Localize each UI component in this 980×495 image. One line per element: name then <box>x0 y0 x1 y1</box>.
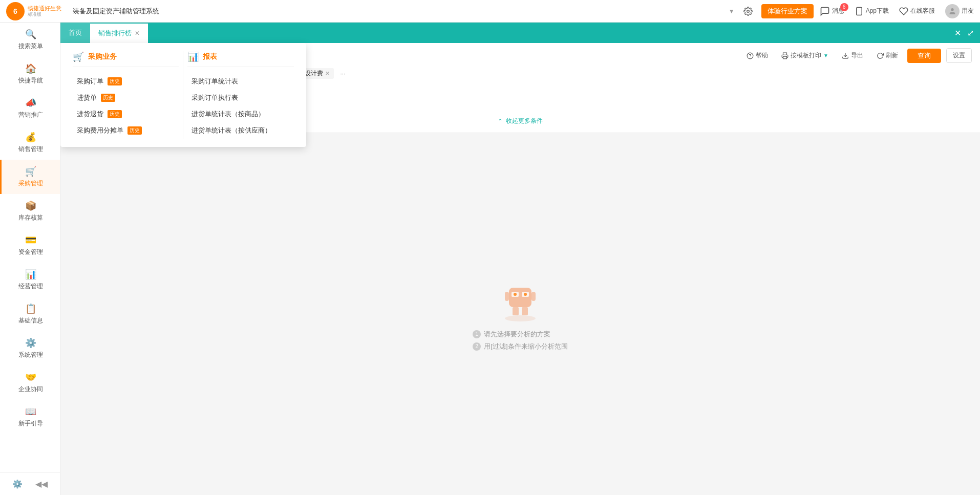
tab-home[interactable]: 首页 <box>60 23 90 43</box>
goods-tag-close[interactable]: ✕ <box>325 70 330 77</box>
logo-main-text: 畅捷通好生意 <box>28 5 61 12</box>
empty-illustration <box>495 277 546 324</box>
purchase-section-title: 🛒 采购业务 <box>73 51 179 67</box>
svg-rect-17 <box>522 307 528 315</box>
svg-rect-3 <box>856 7 862 15</box>
svg-point-2 <box>747 10 749 12</box>
logo-subtitle: 标准版 <box>28 12 61 18</box>
purchase-icon: 🛒 <box>25 166 36 177</box>
tip-num-1: 1 <box>473 330 481 338</box>
finance-icon: 💳 <box>25 234 36 246</box>
menu-item-purchase-receipt[interactable]: 进货单 历史 <box>73 90 179 106</box>
svg-rect-15 <box>531 292 536 301</box>
empty-tip-1: 1 请先选择要分析的方案 <box>473 330 567 339</box>
help-btn[interactable]: 帮助 <box>742 50 772 61</box>
enterprise-icon: 🤝 <box>25 372 36 383</box>
collapse-sidebar-icon[interactable]: ◀◀ <box>35 479 48 489</box>
sidebar-item-enterprise[interactable]: 🤝 企业协同 <box>0 365 60 400</box>
industry-btn[interactable]: 体验行业方案 <box>761 4 814 18</box>
sidebar-item-guide[interactable]: 📖 新手引导 <box>0 400 60 434</box>
user-action[interactable]: 用友 <box>945 4 974 18</box>
goods-more-btn[interactable]: ··· <box>340 70 345 77</box>
svg-point-5 <box>951 8 953 11</box>
svg-rect-16 <box>513 307 519 315</box>
sales-icon: 💰 <box>25 132 36 143</box>
toolbar-buttons: 帮助 按模板打印 ▼ 导出 刷新 查询 <box>742 48 972 63</box>
svg-point-18 <box>514 293 517 296</box>
main-content: 1 请先选择要分析的方案 2 用[过滤]条件来缩小分析范围 <box>60 133 980 495</box>
sidebar-item-nav[interactable]: 🏠 快捷导航 <box>0 57 60 91</box>
query-btn[interactable]: 查询 <box>907 49 941 63</box>
system-title: 装备及固定资产辅助管理系统 <box>73 7 722 16</box>
settings-btn[interactable]: 设置 <box>946 48 972 63</box>
report-section-title: 📊 报表 <box>187 51 294 67</box>
search-menu-icon: 🔍 <box>25 29 36 40</box>
messages-action[interactable]: 6 消息 <box>820 6 844 16</box>
sidebar-item-system[interactable]: ⚙️ 系统管理 <box>0 331 60 365</box>
tab-minimize-icon[interactable]: ✕ <box>954 28 961 38</box>
sidebar-item-sales[interactable]: 💰 销售管理 <box>0 125 60 160</box>
tab-maximize-icon[interactable]: ⤢ <box>967 28 974 38</box>
basic-info-icon: 📋 <box>25 303 36 314</box>
marketing-icon: 📣 <box>25 97 36 109</box>
menu-item-purchase-expense[interactable]: 采购费用分摊单 历史 <box>73 122 179 139</box>
system-icon: ⚙️ <box>25 337 36 349</box>
dropdown-menu: 🛒 采购业务 采购订单 历史 进货单 历史 进货退货 历史 采购费用分摊单 <box>60 43 306 147</box>
message-badge: 6 <box>840 3 848 11</box>
empty-tip-2: 2 用[过滤]条件来缩小分析范围 <box>473 342 567 351</box>
system-settings-icon[interactable] <box>741 4 755 18</box>
tab-sales-rank[interactable]: 销售排行榜 ✕ <box>90 23 148 43</box>
report-section: 📊 报表 采购订单统计表 采购订单执行表 进货单统计表（按商品） 进货单统计表（… <box>183 51 298 139</box>
sidebar-bottom: ⚙️ ◀◀ <box>0 472 60 495</box>
tip-num-2: 2 <box>473 342 481 351</box>
settings-bottom-icon[interactable]: ⚙️ <box>12 479 23 489</box>
sidebar-item-marketing[interactable]: 📣 营销推广 <box>0 91 60 125</box>
operation-icon: 📊 <box>25 269 36 280</box>
report-section-icon: 📊 <box>187 51 199 62</box>
history-badge-1: 历史 <box>101 94 115 102</box>
sidebar: 🔍 搜索菜单 🏠 快捷导航 📣 营销推广 💰 销售管理 🛒 采购管理 📦 库存核… <box>0 23 60 495</box>
app-download-action[interactable]: App下载 <box>855 7 889 16</box>
menu-item-report-0[interactable]: 采购订单统计表 <box>187 73 294 90</box>
sidebar-item-finance[interactable]: 💳 资金管理 <box>0 228 60 263</box>
print-dropdown-icon[interactable]: ▼ <box>823 53 828 58</box>
print-btn[interactable]: 按模板打印 ▼ <box>777 50 833 61</box>
svg-rect-14 <box>505 292 509 301</box>
svg-point-19 <box>524 293 527 296</box>
collapse-up-icon: ⌃ <box>498 118 503 125</box>
export-btn[interactable]: 导出 <box>838 50 867 61</box>
tab-close-icon[interactable]: ✕ <box>135 30 140 37</box>
top-actions: 6 消息 App下载 在线客服 用友 <box>820 4 974 18</box>
svg-point-10 <box>505 315 536 321</box>
user-avatar <box>945 4 960 18</box>
home-icon: 🏠 <box>25 63 36 74</box>
sidebar-item-inventory[interactable]: 📦 库存核算 <box>0 194 60 228</box>
menu-item-purchase-order[interactable]: 采购订单 历史 <box>73 73 179 90</box>
refresh-btn[interactable]: 刷新 <box>872 50 902 61</box>
purchase-section-icon: 🛒 <box>73 51 84 62</box>
sidebar-item-operation[interactable]: 📊 经营管理 <box>0 263 60 297</box>
tab-bar: 首页 销售排行榜 ✕ ✕ ⤢ <box>60 23 980 43</box>
inventory-icon: 📦 <box>25 200 36 211</box>
sidebar-item-search[interactable]: 🔍 搜索菜单 <box>0 23 60 57</box>
menu-item-report-1[interactable]: 采购订单执行表 <box>187 90 294 106</box>
menu-item-purchase-return[interactable]: 进货退货 历史 <box>73 106 179 122</box>
sidebar-item-purchase[interactable]: 🛒 采购管理 <box>0 160 60 194</box>
svg-rect-8 <box>783 56 787 59</box>
content-area: 首页 销售排行榜 ✕ ✕ ⤢ 帮助 <box>60 23 980 495</box>
sidebar-item-basic-info[interactable]: 📋 基础信息 <box>0 297 60 331</box>
online-service-action[interactable]: 在线客服 <box>899 7 935 16</box>
svg-rect-11 <box>509 288 531 307</box>
history-badge-0: 历史 <box>108 77 122 85</box>
guide-icon: 📖 <box>25 406 36 417</box>
menu-item-report-2[interactable]: 进货单统计表（按商品） <box>187 106 294 122</box>
top-bar: 6 畅捷通好生意 标准版 装备及固定资产辅助管理系统 ▼ 体验行业方案 6 消息… <box>0 0 980 23</box>
purchase-section: 🛒 采购业务 采购订单 历史 进货单 历史 进货退货 历史 采购费用分摊单 <box>69 51 183 139</box>
menu-item-report-3[interactable]: 进货单统计表（按供应商） <box>187 122 294 139</box>
logo-icon: 6 <box>6 2 25 20</box>
empty-tips: 1 请先选择要分析的方案 2 用[过滤]条件来缩小分析范围 <box>473 330 567 351</box>
system-dropdown-arrow[interactable]: ▼ <box>729 8 735 15</box>
logo-area: 6 畅捷通好生意 标准版 <box>6 2 67 20</box>
tab-right-icons: ✕ ⤢ <box>954 28 980 38</box>
svg-text:6: 6 <box>13 7 17 15</box>
